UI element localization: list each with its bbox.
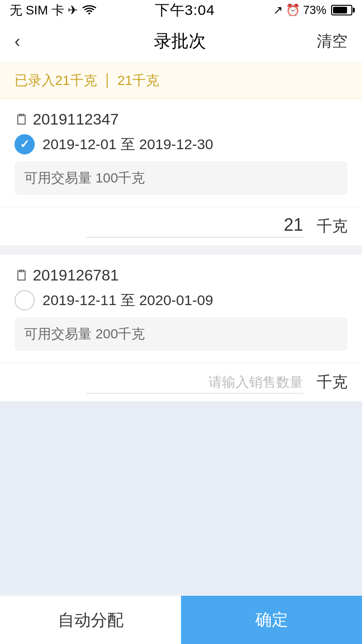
amount-underline-1 (86, 215, 303, 238)
wifi-icon (82, 5, 97, 15)
doc-icon-1: 🗒 (14, 112, 29, 128)
batch-row-1[interactable]: 2019-12-01 至 2019-12-30 (14, 134, 348, 154)
battery-icon (331, 5, 352, 15)
page-title: 录批次 (154, 29, 206, 53)
back-button[interactable]: ‹ (14, 31, 43, 52)
clear-button[interactable]: 清空 (317, 31, 348, 52)
alarm-icon: ⏰ (286, 3, 300, 17)
batch-available-1: 可用交易量 100千克 (14, 161, 348, 195)
amount-row-1: 千克 (0, 207, 362, 245)
empty-area (0, 401, 362, 594)
amount-unit-1: 千克 (317, 216, 348, 237)
batch-id-1: 2019112347 (33, 111, 119, 128)
status-time: 下午3:04 (155, 0, 215, 20)
svg-point-0 (88, 13, 90, 14)
status-bar: 无 SIM 卡 ✈ 下午3:04 ↗ ⏰ 73% (0, 0, 362, 20)
batch-header-1: 🗒 2019112347 (14, 111, 348, 128)
confirm-button[interactable]: 确定 (181, 596, 362, 644)
amount-unit-2: 千克 (317, 372, 348, 393)
batch-item-2: 🗒 2019126781 2019-12-11 至 2020-01-09 可用交… (0, 255, 362, 363)
batch-item-1: 🗒 2019112347 2019-12-01 至 2019-12-30 可用交… (0, 99, 362, 207)
section-gap (0, 245, 362, 255)
nav-bar: ‹ 录批次 清空 (0, 20, 362, 63)
batch-date-2: 2019-12-11 至 2020-01-09 (42, 291, 213, 310)
total-label: 21千克 (117, 71, 159, 90)
batch-id-2: 2019126781 (33, 266, 119, 284)
radio-1[interactable] (14, 134, 35, 154)
bottom-bar: 自动分配 确定 (0, 596, 362, 644)
batch-date-1: 2019-12-01 至 2019-12-30 (42, 135, 213, 154)
status-right: ↗ ⏰ 73% (273, 3, 352, 17)
batch-row-2[interactable]: 2019-12-11 至 2020-01-09 (14, 290, 348, 310)
main-content: 🗒 2019112347 2019-12-01 至 2019-12-30 可用交… (0, 99, 362, 643)
amount-input-1[interactable] (86, 215, 303, 235)
info-bar: 已录入21千克 21千克 (0, 63, 362, 99)
doc-icon-2: 🗒 (14, 267, 29, 284)
battery-percentage: 73% (303, 3, 326, 17)
sim-label: 无 SIM 卡 ✈ (10, 2, 78, 19)
auto-distribute-button[interactable]: 自动分配 (0, 596, 181, 644)
status-left: 无 SIM 卡 ✈ (10, 2, 97, 19)
batch-header-2: 🗒 2019126781 (14, 266, 348, 284)
amount-row-2: 千克 (0, 363, 362, 401)
recorded-label: 已录入21千克 (14, 71, 97, 90)
info-divider (107, 73, 108, 88)
amount-underline-2 (86, 371, 303, 393)
location-icon: ↗ (273, 3, 283, 17)
radio-2[interactable] (14, 290, 35, 310)
batch-available-2: 可用交易量 200千克 (14, 317, 348, 351)
amount-input-2[interactable] (86, 371, 303, 391)
